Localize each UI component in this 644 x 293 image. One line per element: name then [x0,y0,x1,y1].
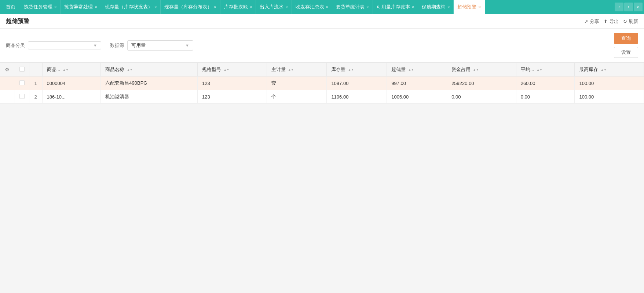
filter-row: 商品分类 ▼ 数据源 可用量 ▼ 查询 设置 [0,29,644,63]
export-button[interactable]: ⬆ 导出 [604,18,619,25]
th-spec[interactable]: 规格型号 ▲▼ [198,63,267,77]
td-overstock: 1006.00 [387,90,447,104]
th-spec-label: 规格型号 [202,67,221,72]
datasource-select[interactable]: 可用量 ▼ [127,40,193,51]
td-spec: 123 [198,90,267,104]
th-overstock[interactable]: 超储量 ▲▼ [387,63,447,77]
th-index [29,63,42,77]
th-code[interactable]: 商品... ▲▼ [42,63,101,77]
sort-icon: ▲▼ [601,68,607,71]
datasource-select-value: 可用量 [131,42,184,49]
td-checkbox [15,90,29,104]
commodity-select[interactable]: ▼ [28,41,101,49]
sort-icon: ▲▼ [537,68,542,71]
nav-next-button[interactable]: › [624,3,633,11]
export-label: 导出 [609,18,619,25]
row-checkbox[interactable] [19,80,25,85]
tab-xiancunliang-status[interactable]: 现存量（库存状况表） × [101,0,161,14]
settings-gear-icon[interactable]: ⚙ [5,67,10,73]
td-settings [0,90,15,104]
close-icon[interactable]: × [214,5,216,9]
tab-jianhuoyichang[interactable]: 拣货异常处理 × [61,0,101,14]
chevron-down-icon: ▼ [93,43,97,48]
th-avg[interactable]: 平均... ▲▼ [516,63,575,77]
query-button[interactable]: 查询 [614,33,638,44]
td-code: 186-10... [42,90,101,104]
filter-datasource-label: 数据源 [110,42,124,49]
sort-icon: ▲▼ [408,68,414,71]
td-index: 1 [29,77,42,90]
th-max-stock[interactable]: 最高库存 ▲▼ [575,63,644,77]
page-header: 超储预警 ➚ 分享 ⬆ 导出 ↻ 刷新 [0,14,644,29]
sort-icon: ▲▼ [63,68,69,71]
th-stock[interactable]: 库存量 ▲▼ [327,63,387,77]
td-checkbox [15,77,29,90]
tab-baozhi[interactable]: 保质期查询 × [418,0,454,14]
close-icon[interactable]: × [250,5,252,9]
th-name-label: 商品名称 [105,67,124,72]
close-icon[interactable]: × [412,5,414,9]
share-button[interactable]: ➚ 分享 [584,18,599,25]
tab-xiancunliang-dist[interactable]: 现存量（库存分布表） × [161,0,220,14]
sort-icon: ▲▼ [348,68,354,71]
th-unit[interactable]: 主计量 ▲▼ [267,63,327,77]
td-name: 六配套新昌490BPG [101,77,198,90]
td-unit: 个 [267,90,327,104]
close-icon[interactable]: × [447,5,450,9]
td-overstock: 997.00 [387,77,447,90]
tab-churuku[interactable]: 出入库流水 × [256,0,292,14]
td-capital: 259220.00 [447,77,516,90]
page-title: 超储预警 [6,18,29,25]
table-row: 2 186-10... 机油滤清器 123 个 1106.00 1006.00 … [0,90,644,104]
nav-prev-button[interactable]: ‹ [615,3,623,11]
th-max-stock-label: 最高库存 [579,67,598,72]
close-icon[interactable]: × [285,5,288,9]
data-table-container: ⚙ 商品... ▲▼ 商品名称 ▲▼ 规格型号 ▲▼ [0,63,644,104]
th-name[interactable]: 商品名称 ▲▼ [101,63,198,77]
td-index: 2 [29,90,42,104]
filter-commodity: 商品分类 ▼ [6,41,101,49]
select-all-checkbox[interactable] [19,67,25,72]
th-checkbox [15,63,29,77]
row-checkbox[interactable] [19,94,25,99]
refresh-button[interactable]: ↻ 刷新 [623,18,638,25]
td-code: 0000004 [42,77,101,90]
tab-label: 现存量（库存分布表） [164,4,212,10]
close-icon[interactable]: × [326,5,328,9]
settings-button[interactable]: 设置 [614,47,638,58]
nav-expand-button[interactable]: ›› [634,3,643,11]
td-capital: 0.00 [447,90,516,104]
sort-icon: ▲▼ [473,68,479,71]
close-icon[interactable]: × [366,5,369,9]
topbar: 首页 拣货任务管理 × 拣货异常处理 × 现存量（库存状况表） × 现存量（库存… [0,0,644,14]
tab-jianhuorenwu[interactable]: 拣货任务管理 × [20,0,61,14]
th-avg-label: 平均... [521,67,534,72]
close-icon[interactable]: × [154,5,157,9]
filter-commodity-label: 商品分类 [6,42,25,49]
chevron-down-icon: ▼ [185,43,189,48]
tab-shoufacun[interactable]: 收发存汇总表 × [292,0,332,14]
tab-keyongliang[interactable]: 可用量库存账本 × [373,0,418,14]
sort-icon: ▲▼ [224,68,230,71]
td-avg: 260.00 [516,77,575,90]
tab-kucun-pici[interactable]: 库存批次账 × [220,0,256,14]
filter-action-buttons: 查询 设置 [614,33,638,58]
sort-icon: ▲▼ [288,68,294,71]
close-icon[interactable]: × [478,5,480,9]
close-icon[interactable]: × [95,5,97,9]
tab-yaohuo[interactable]: 要货单统计表 × [332,0,373,14]
share-icon: ➚ [584,19,588,24]
refresh-label: 刷新 [629,18,638,25]
td-avg: 0.00 [516,90,575,104]
td-max-stock: 100.00 [575,77,644,90]
data-table: ⚙ 商品... ▲▼ 商品名称 ▲▼ 规格型号 ▲▼ [0,63,644,104]
home-label: 首页 [6,4,15,10]
close-icon[interactable]: × [54,5,56,9]
tab-label: 超储预警 [457,4,476,10]
th-capital[interactable]: 资金占用 ▲▼ [447,63,516,77]
filter-datasource: 数据源 可用量 ▼ [110,40,193,51]
tab-home[interactable]: 首页 [1,0,20,14]
td-stock: 1106.00 [327,90,387,104]
tab-chaochuyujing[interactable]: 超储预警 × [454,0,484,14]
page-actions: ➚ 分享 ⬆ 导出 ↻ 刷新 [584,18,638,25]
